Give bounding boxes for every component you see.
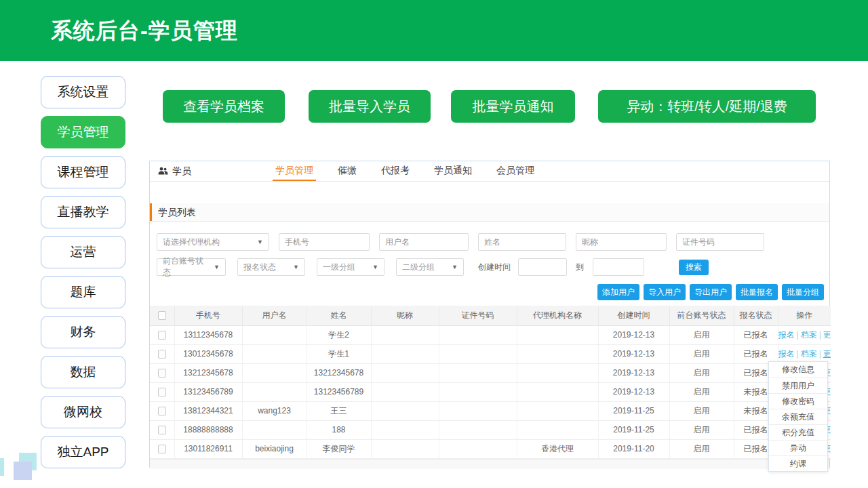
agency-select-value: 请选择代理机构 [163, 237, 220, 248]
created-to-input[interactable] [593, 258, 644, 276]
cell-account-status: 启用 [669, 344, 734, 363]
cell-created: 2019-12-13 [598, 382, 669, 401]
export-user-button[interactable]: 导出用户 [690, 284, 732, 300]
select-all-checkbox[interactable] [158, 311, 166, 320]
row-checkbox[interactable] [158, 445, 166, 453]
agency-select[interactable]: 请选择代理机构▼ [157, 233, 269, 251]
signup-link[interactable]: 报名 [778, 330, 795, 340]
menu-item-disable-user[interactable]: 禁用用户 [769, 378, 827, 393]
cell-account-status: 启用 [669, 439, 734, 458]
column-header: 创建时间 [598, 306, 669, 325]
change-transfer-button[interactable]: 异动：转班/转人/延期/退费 [598, 90, 816, 123]
file-link[interactable]: 档案 [801, 349, 817, 359]
cell-account-status: 启用 [669, 325, 734, 344]
menu-item-edit-info[interactable]: 修改信息 [769, 362, 827, 378]
cell-phone: 13112345678 [174, 325, 242, 344]
page-title: 系统后台-学员管理 [51, 16, 238, 46]
username-input[interactable] [379, 233, 469, 251]
nickname-input[interactable] [576, 233, 667, 251]
table-row: 13012345678学生12019-12-13启用已报名报名|档案|更多 [150, 344, 831, 363]
menu-item-book-lesson[interactable]: 约课 [769, 455, 827, 471]
search-button[interactable]: 搜索 [679, 260, 709, 275]
tab-student-management[interactable]: 学员管理 [273, 161, 316, 181]
sidebar-item-system-settings[interactable]: 系统设置 [41, 76, 125, 108]
cell-agency [517, 325, 598, 344]
column-header: 手机号 [174, 306, 242, 325]
column-header: 证件号码 [439, 306, 517, 325]
signup-status-select[interactable]: 报名状态▼ [237, 258, 305, 276]
column-header: 操作 [778, 306, 831, 325]
sidebar-item-standalone-app[interactable]: 独立APP [41, 436, 125, 468]
batch-import-students-button[interactable]: 批量导入学员 [309, 90, 431, 123]
row-select-cell [150, 325, 174, 344]
group-level1-select[interactable]: 一级分组▼ [317, 258, 384, 276]
cell-name: 188 [307, 420, 371, 439]
menu-item-change[interactable]: 异动 [769, 440, 827, 455]
cell-id-number [439, 382, 517, 401]
sidebar-item-student-management[interactable]: 学员管理 [41, 116, 125, 148]
view-student-files-button[interactable]: 查看学员档案 [163, 90, 285, 123]
cell-created: 2019-11-25 [598, 401, 669, 420]
sidebar-item-data[interactable]: 数据 [41, 356, 125, 388]
cell-account-status: 启用 [669, 420, 734, 439]
menu-item-points-recharge[interactable]: 积分充值 [769, 424, 827, 440]
row-checkbox[interactable] [158, 388, 166, 396]
column-header: 昵称 [371, 306, 439, 325]
cell-id-number [439, 420, 517, 439]
tab-member-management[interactable]: 会员管理 [494, 161, 537, 181]
row-checkbox[interactable] [158, 407, 166, 415]
menu-item-change-password[interactable]: 修改密码 [769, 393, 827, 409]
row-select-cell [150, 420, 174, 439]
batch-group-button[interactable]: 批量分组 [782, 284, 824, 300]
phone-input[interactable] [279, 233, 370, 251]
cell-created: 2019-12-13 [598, 363, 669, 382]
cell-id-number [439, 401, 517, 420]
name-input[interactable] [478, 233, 566, 251]
cell-username [242, 382, 307, 401]
group-level2-select-value: 二级分组 [402, 262, 435, 273]
cell-name: 李俊同学 [307, 439, 371, 458]
tab-student-notice[interactable]: 学员通知 [431, 161, 475, 181]
cell-id-number [439, 325, 517, 344]
account-status-select[interactable]: 前台账号状态▼ [157, 258, 226, 276]
row-checkbox[interactable] [158, 426, 166, 434]
sidebar-item-live-teaching[interactable]: 直播教学 [41, 196, 125, 228]
sidebar-item-course-management[interactable]: 课程管理 [41, 156, 125, 188]
tab-payment-reminder[interactable]: 催缴 [335, 161, 359, 181]
sidebar-item-finance[interactable]: 财务 [41, 316, 125, 348]
cell-phone: 13212345678 [174, 363, 242, 382]
section-title: 学员列表 [158, 203, 196, 222]
file-link[interactable]: 档案 [801, 330, 817, 340]
group-level2-select[interactable]: 二级分组▼ [396, 258, 464, 276]
menu-item-balance-recharge[interactable]: 余额充值 [769, 409, 827, 424]
to-label: 到 [576, 262, 584, 273]
decoration-lavender-square [14, 462, 32, 480]
students-icon [158, 167, 168, 176]
students-table: 手机号用户名姓名昵称证件号码代理机构名称创建时间前台账号状态报名状态操作 131… [150, 306, 831, 459]
row-select-cell [150, 401, 174, 420]
batch-student-notice-button[interactable]: 批量学员通知 [451, 90, 575, 123]
batch-signup-button[interactable]: 批量报名 [736, 284, 778, 300]
sidebar-item-operations[interactable]: 运营 [41, 236, 125, 268]
sidebar-item-question-bank[interactable]: 题库 [41, 276, 125, 308]
row-checkbox[interactable] [158, 350, 166, 359]
row-checkbox[interactable] [158, 369, 166, 378]
student-panel: 学员 学员管理催缴代报考学员通知会员管理 学员列表 请选择代理机构▼ 前台账号状… [149, 161, 830, 468]
signup-link[interactable]: 报名 [778, 349, 795, 359]
table-footer-strip [150, 459, 829, 469]
cell-phone: 13123456789 [174, 382, 242, 401]
cell-account-status: 启用 [669, 401, 734, 420]
more-link[interactable]: 更多 [823, 330, 831, 340]
tab-proxy-exam[interactable]: 代报考 [378, 161, 412, 181]
created-from-input[interactable] [518, 258, 567, 276]
cell-id-number [439, 344, 517, 363]
sidebar-item-micro-school[interactable]: 微网校 [41, 396, 125, 428]
cell-account-status: 启用 [669, 363, 734, 382]
import-user-button[interactable]: 导入用户 [644, 284, 686, 300]
cell-username [242, 363, 307, 382]
row-checkbox[interactable] [158, 331, 166, 340]
add-user-button[interactable]: 添加用户 [597, 284, 639, 300]
more-link[interactable]: 更多 [823, 349, 831, 359]
cell-nickname [371, 382, 439, 401]
id-number-input[interactable] [676, 233, 764, 251]
